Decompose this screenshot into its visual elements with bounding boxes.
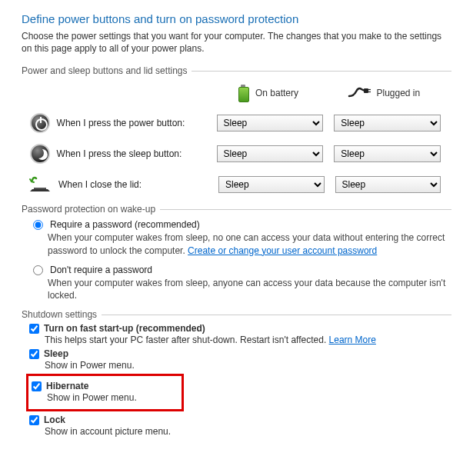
chk-hibernate-label: Hibernate	[46, 381, 88, 391]
radio-require-label: Require a password (recommended)	[50, 219, 200, 230]
col-battery-label: On battery	[255, 88, 298, 98]
group-shutdown: Shutdown settings	[22, 309, 451, 320]
svg-rect-0	[364, 88, 368, 93]
group-buttons-lid: Power and sleep buttons and lid settings	[22, 65, 451, 76]
column-header-row: On battery Plugged in	[22, 84, 451, 102]
chk-fast-startup: Turn on fast start-up (recommended) This…	[29, 323, 451, 345]
page-subtitle: Choose the power settings that you want …	[22, 30, 451, 55]
chk-sleep: Sleep Show in Power menu.	[29, 348, 451, 371]
sleep-plugged-select[interactable]: Do nothingSleepHibernateShut down	[334, 145, 441, 162]
link-learn-more[interactable]: Learn More	[329, 335, 376, 345]
radio-dont-require-input[interactable]	[33, 265, 43, 275]
sleep-button-icon	[29, 142, 51, 165]
radio-require-input[interactable]	[33, 220, 43, 230]
chk-sleep-label: Sleep	[44, 348, 68, 359]
chk-lock-label: Lock	[44, 414, 65, 425]
chk-lock-line[interactable]: Lock	[29, 414, 451, 425]
page-title: Define power buttons and turn on passwor…	[22, 12, 451, 25]
power-plugged-select[interactable]: Do nothingSleepHibernateShut down	[334, 115, 441, 131]
radio-require-password[interactable]: Require a password (recommended)	[29, 219, 451, 230]
dont-require-password-desc: When your computer wakes from sleep, any…	[48, 277, 451, 301]
row-power-label: When I press the power button:	[57, 118, 217, 128]
plug-icon	[348, 85, 371, 102]
chk-hibernate: Hibernate Show in Power menu.	[32, 381, 178, 403]
row-close-lid: When I close the lid: Do nothingSleepHib…	[22, 173, 451, 196]
col-plugged-label: Plugged in	[377, 88, 421, 98]
chk-fast-startup-input[interactable]	[29, 324, 39, 334]
link-change-password[interactable]: Create or change your user account passw…	[188, 245, 377, 256]
close-lid-icon	[29, 173, 52, 196]
radio-dont-require-label: Don't require a password	[50, 265, 152, 275]
lid-plugged-select[interactable]: Do nothingSleepHibernateShut down	[335, 176, 441, 193]
chk-fast-startup-desc: This helps start your PC faster after sh…	[45, 335, 451, 345]
row-sleep-label: When I press the sleep button:	[57, 148, 217, 159]
sleep-battery-select[interactable]: Do nothingSleepHibernateShut down	[217, 145, 324, 162]
chk-sleep-input[interactable]	[29, 349, 39, 359]
chk-fast-startup-label: Turn on fast start-up (recommended)	[44, 323, 205, 334]
chk-fast-startup-line[interactable]: Turn on fast start-up (recommended)	[29, 323, 451, 334]
radio-dont-require-password[interactable]: Don't require a password	[29, 265, 451, 275]
group-password: Password protection on wake-up	[22, 204, 451, 215]
chk-sleep-desc: Show in Power menu.	[45, 360, 451, 371]
highlight-hibernate: Hibernate Show in Power menu.	[26, 374, 184, 411]
row-lid-label: When I close the lid:	[58, 179, 218, 190]
power-battery-select[interactable]: Do nothingSleepHibernateShut down	[217, 115, 324, 131]
require-password-desc: When your computer wakes from sleep, no …	[48, 231, 451, 256]
chk-lock: Lock Show in account picture menu.	[29, 414, 451, 437]
row-power-button: When I press the power button: Do nothin…	[22, 112, 451, 135]
chk-hibernate-line[interactable]: Hibernate	[32, 381, 178, 391]
power-button-icon	[29, 112, 51, 135]
chk-lock-input[interactable]	[29, 415, 39, 425]
row-sleep-button: When I press the sleep button: Do nothin…	[22, 142, 451, 165]
chk-sleep-line[interactable]: Sleep	[29, 348, 451, 359]
chk-hibernate-desc: Show in Power menu.	[47, 392, 178, 403]
chk-hibernate-input[interactable]	[32, 381, 42, 391]
chk-lock-desc: Show in account picture menu.	[45, 426, 451, 437]
battery-icon	[237, 84, 249, 102]
lid-battery-select[interactable]: Do nothingSleepHibernateShut down	[218, 176, 325, 193]
